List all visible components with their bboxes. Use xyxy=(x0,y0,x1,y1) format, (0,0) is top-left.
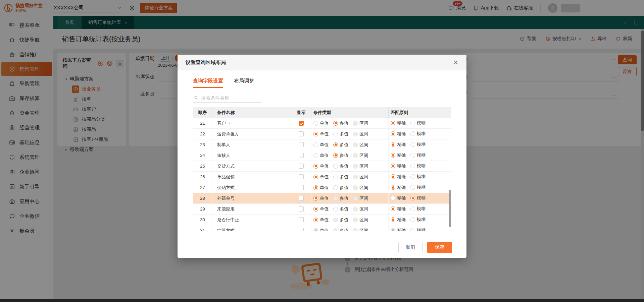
option-label: 模糊 xyxy=(417,152,426,158)
radio-match[interactable] xyxy=(410,153,415,158)
cell-type: 单值多值区间 xyxy=(311,193,389,203)
option-多值: 多值 xyxy=(333,131,348,137)
radio-type[interactable] xyxy=(333,142,338,147)
condition-name: 是否行中止 xyxy=(217,217,239,223)
table-row-29[interactable]: 29来源应用单值多值区间精确模糊 xyxy=(193,204,451,215)
caret-down-icon[interactable]: ∨ xyxy=(228,121,231,125)
radio-match[interactable] xyxy=(410,174,415,179)
radio-match[interactable] xyxy=(391,196,395,200)
cell-type: 单值多值区间 xyxy=(311,225,389,231)
option-label: 模糊 xyxy=(417,120,426,126)
radio-type[interactable] xyxy=(313,164,318,169)
option-label: 模糊 xyxy=(417,131,426,137)
cell-type: 单值多值区间 xyxy=(311,129,389,139)
col-name: 条件名称 xyxy=(212,107,291,118)
show-checkbox[interactable] xyxy=(299,121,304,126)
show-checkbox[interactable] xyxy=(299,217,304,222)
radio-match[interactable] xyxy=(391,174,395,179)
radio-type[interactable] xyxy=(333,153,338,158)
radio-type[interactable] xyxy=(313,121,318,126)
table-row-31[interactable]: 31结算方式单值多值区间精确模糊 xyxy=(193,225,451,231)
radio-type[interactable] xyxy=(333,121,338,126)
show-checkbox[interactable] xyxy=(299,185,304,190)
table-row-30[interactable]: 30是否行中止单值多值区间精确模糊 xyxy=(193,215,451,225)
option-label: 模糊 xyxy=(417,227,426,231)
radio-match[interactable] xyxy=(391,185,395,190)
option-label: 模糊 xyxy=(417,217,426,223)
radio-type[interactable] xyxy=(313,196,318,201)
radio-match[interactable] xyxy=(391,217,395,222)
show-checkbox[interactable] xyxy=(299,131,304,136)
radio-match[interactable] xyxy=(410,196,415,200)
radio-match[interactable] xyxy=(410,228,415,231)
table-row-27[interactable]: 27促销方式单值多值区间精确模糊 xyxy=(193,182,451,193)
condition-search-input[interactable] xyxy=(201,95,261,101)
radio-match[interactable] xyxy=(391,153,395,158)
radio-type xyxy=(353,121,358,126)
radio-match[interactable] xyxy=(410,164,415,168)
radio-type[interactable] xyxy=(333,207,338,212)
radio-match[interactable] xyxy=(410,131,415,136)
cancel-button[interactable]: 取消 xyxy=(398,242,423,253)
option-区间: 区间 xyxy=(353,153,368,159)
radio-type[interactable] xyxy=(313,175,318,179)
show-checkbox[interactable] xyxy=(299,174,304,179)
tab-query-field-settings[interactable]: 查询字段设置 xyxy=(193,78,223,88)
cell-show xyxy=(291,139,311,150)
cell-seq: 27 xyxy=(193,182,212,193)
table-scrollbar-thumb[interactable] xyxy=(449,190,451,227)
radio-match[interactable] xyxy=(410,121,415,125)
show-checkbox[interactable] xyxy=(299,228,304,231)
modal-close-icon[interactable]: ✕ xyxy=(453,59,458,66)
cell-name: 来源应用 xyxy=(212,204,291,214)
radio-type[interactable] xyxy=(333,164,338,169)
table-row-21[interactable]: 21客户∨单值多值区间精确模糊 xyxy=(193,118,451,129)
cell-show xyxy=(291,129,311,139)
radio-type[interactable] xyxy=(313,142,318,147)
modal-footer: 取消 保存 xyxy=(398,242,452,253)
show-checkbox[interactable] xyxy=(299,206,304,212)
show-checkbox[interactable] xyxy=(299,153,304,158)
option-label: 精确 xyxy=(397,141,406,147)
radio-type[interactable] xyxy=(333,185,338,190)
radio-type[interactable] xyxy=(313,218,318,222)
radio-match[interactable] xyxy=(391,142,395,147)
radio-type[interactable] xyxy=(313,153,318,158)
radio-match[interactable] xyxy=(391,131,395,136)
cell-type: 单值多值区间 xyxy=(311,139,389,150)
radio-match[interactable] xyxy=(391,121,395,125)
radio-match[interactable] xyxy=(391,164,395,168)
radio-match[interactable] xyxy=(410,185,415,190)
radio-type[interactable] xyxy=(333,132,338,136)
table-row-23[interactable]: 23制单人单值多值区间精确模糊 xyxy=(193,139,451,150)
radio-type[interactable] xyxy=(313,132,318,136)
table-row-25[interactable]: 25交货方式单值多值区间精确模糊 xyxy=(193,161,451,172)
option-label: 精确 xyxy=(397,195,406,201)
radio-type[interactable] xyxy=(333,175,338,179)
radio-match[interactable] xyxy=(410,217,415,222)
tab-layout-adjust[interactable]: 布局调整 xyxy=(234,78,254,88)
option-多值: 多值 xyxy=(333,185,348,191)
show-checkbox[interactable] xyxy=(299,142,304,147)
cell-match: 精确模糊 xyxy=(389,227,451,231)
option-label: 模糊 xyxy=(417,174,426,180)
option-label: 区间 xyxy=(359,174,368,180)
option-label: 精确 xyxy=(397,174,406,180)
radio-match[interactable] xyxy=(410,142,415,147)
table-row-26[interactable]: 26单品促销单值多值区间精确模糊 xyxy=(193,172,451,182)
table-row-28[interactable]: 28外部单号单值多值区间精确模糊 xyxy=(193,193,451,204)
option-多值: 多值 xyxy=(333,153,348,159)
save-button[interactable]: 保存 xyxy=(427,242,452,253)
radio-match[interactable] xyxy=(391,206,395,211)
col-type: 条件类型 xyxy=(311,107,389,118)
table-row-22[interactable]: 22运费承担方单值多值区间精确模糊 xyxy=(193,129,451,139)
show-checkbox[interactable] xyxy=(299,196,304,201)
radio-type[interactable] xyxy=(313,185,318,190)
cell-seq: 23 xyxy=(193,139,212,150)
radio-match[interactable] xyxy=(391,228,395,231)
table-row-24[interactable]: 24审核人单值多值区间精确模糊 xyxy=(193,150,451,161)
radio-type[interactable] xyxy=(313,207,318,212)
radio-match[interactable] xyxy=(410,206,415,211)
radio-type[interactable] xyxy=(313,228,318,231)
show-checkbox[interactable] xyxy=(299,164,304,169)
